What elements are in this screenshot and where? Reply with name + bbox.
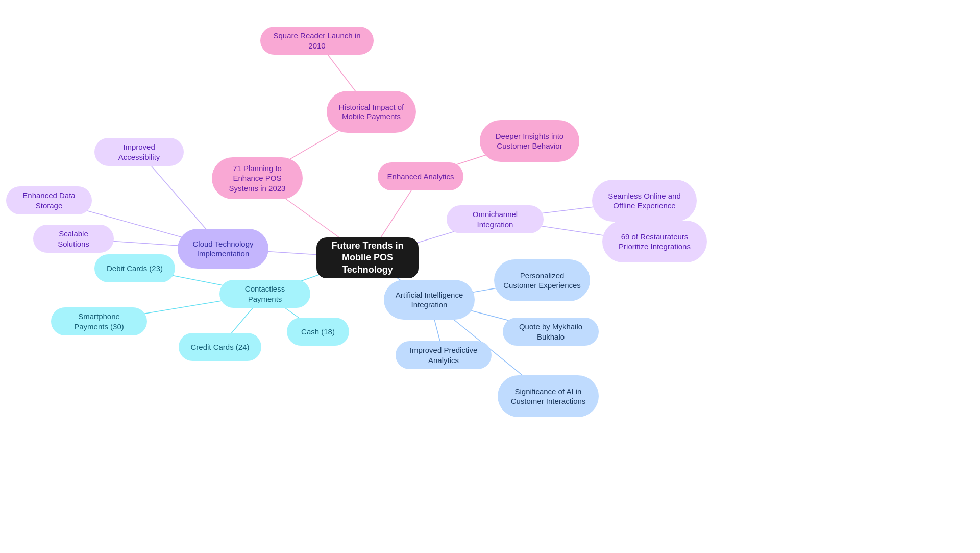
enhanced-data-node[interactable]: Enhanced Data Storage xyxy=(6,186,92,214)
cloud-node[interactable]: Cloud Technology Implementation xyxy=(178,229,268,269)
improved-access-node[interactable]: Improved Accessibility xyxy=(94,138,184,166)
scalable-node[interactable]: Scalable Solutions xyxy=(33,225,114,253)
contactless-node[interactable]: Contactless Payments xyxy=(219,280,310,308)
center-node[interactable]: Future Trends in Mobile POS Technology xyxy=(316,237,419,278)
ai-node[interactable]: Artificial Intelligence Integration xyxy=(384,280,475,320)
historical-node[interactable]: Historical Impact of Mobile Payments xyxy=(327,91,416,133)
square-reader-node[interactable]: Square Reader Launch in 2010 xyxy=(260,27,374,55)
predictive-node[interactable]: Improved Predictive Analytics xyxy=(396,341,492,369)
seamless-node[interactable]: Seamless Online and Offline Experience xyxy=(592,180,697,222)
deeper-insights-node[interactable]: Deeper Insights into Customer Behavior xyxy=(480,120,579,162)
personalized-node[interactable]: Personalized Customer Experiences xyxy=(494,259,590,301)
mindmap-container: Future Trends in Mobile POS Technology C… xyxy=(0,0,980,553)
significance-node[interactable]: Significance of AI in Customer Interacti… xyxy=(498,375,599,417)
debit-node[interactable]: Debit Cards (23) xyxy=(94,254,175,282)
quote-node[interactable]: Quote by Mykhailo Bukhalo xyxy=(503,318,599,346)
enhance-pos-node[interactable]: 71 Planning to Enhance POS Systems in 20… xyxy=(212,157,303,199)
enhanced-analytics-node[interactable]: Enhanced Analytics xyxy=(378,162,463,190)
credit-node[interactable]: Credit Cards (24) xyxy=(179,333,261,361)
smartphone-node[interactable]: Smartphone Payments (30) xyxy=(51,307,147,335)
omnichannel-node[interactable]: Omnichannel Integration xyxy=(447,205,544,233)
cash-node[interactable]: Cash (18) xyxy=(287,318,349,346)
restaurateurs-node[interactable]: 69 of Restaurateurs Prioritize Integrati… xyxy=(602,221,707,262)
